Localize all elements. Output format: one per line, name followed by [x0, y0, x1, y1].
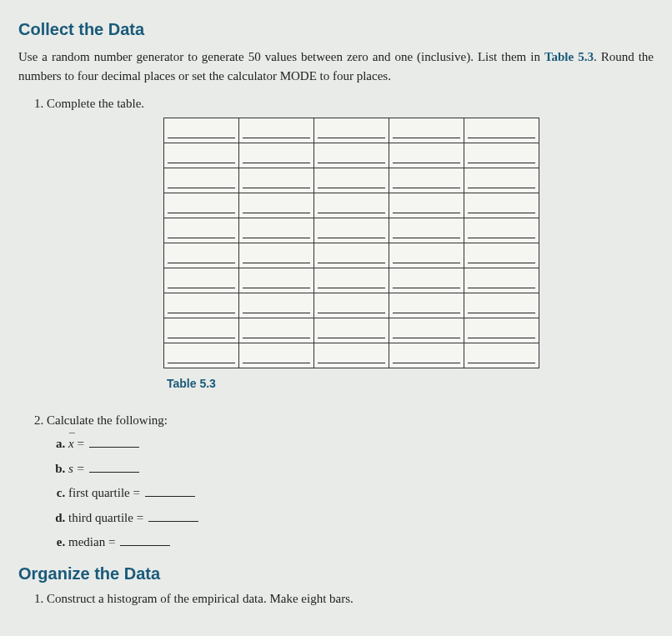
table-row [164, 143, 539, 168]
calc-e-text: median = [68, 535, 118, 548]
table-cell [389, 143, 464, 168]
blank-line [243, 163, 310, 163]
blank-b [89, 461, 139, 473]
table-cell [314, 268, 389, 293]
table-cell [164, 243, 239, 268]
table-ref-inline: Table 5.3 [544, 50, 594, 63]
blank-line [243, 138, 310, 138]
table-cell [164, 143, 239, 168]
blank-line [318, 313, 385, 313]
blank-line [468, 338, 535, 338]
table-cell [389, 268, 464, 293]
table-row [164, 118, 539, 143]
blank-line [168, 288, 235, 288]
blank-line [393, 313, 460, 313]
blank-line [318, 263, 385, 263]
blank-line [243, 338, 310, 338]
collect-steps-list: Complete the table. Table 5.3 Calculate … [18, 97, 654, 551]
table-cell [239, 293, 314, 318]
table-cell [164, 218, 239, 243]
blank-line [468, 188, 535, 188]
table-cell [389, 343, 464, 368]
table-row [164, 218, 539, 243]
table-cell [239, 218, 314, 243]
blank-line [393, 363, 460, 363]
blank-line [468, 288, 535, 288]
data-table-wrap: Table 5.3 [163, 118, 654, 390]
table-row [164, 168, 539, 193]
table-cell [314, 143, 389, 168]
blank-line [468, 363, 535, 363]
table-cell [389, 218, 464, 243]
table-cell [164, 118, 239, 143]
calc-c-text: first quartile = [68, 486, 143, 499]
table-cell [389, 193, 464, 218]
blank-line [393, 163, 460, 163]
step1-text: Complete the table. [47, 97, 144, 110]
blank-line [243, 263, 310, 263]
table-cell [164, 268, 239, 293]
table-cell [239, 118, 314, 143]
calc-s: s = [68, 461, 654, 478]
blank-line [393, 288, 460, 288]
blank-line [168, 238, 235, 238]
blank-line [168, 213, 235, 213]
calc-a-eq: = [74, 437, 88, 450]
table-cell [464, 143, 539, 168]
table-row [164, 193, 539, 218]
calc-list: ¯x = s = first quartile = third quartile… [47, 436, 654, 551]
table-cell [389, 243, 464, 268]
calc-b-text: s = [68, 462, 88, 475]
table-cell [239, 268, 314, 293]
table-cell [314, 193, 389, 218]
table-row [164, 243, 539, 268]
table-cell [164, 293, 239, 318]
blank-line [393, 263, 460, 263]
organize-heading: Organize the Data [18, 564, 654, 583]
table-cell [164, 318, 239, 343]
blank-line [318, 163, 385, 163]
blank-line [243, 313, 310, 313]
table-cell [464, 168, 539, 193]
table-cell [239, 168, 314, 193]
calc-q1: first quartile = [68, 485, 654, 502]
table-cell [314, 218, 389, 243]
blank-line [168, 363, 235, 363]
blank-line [393, 338, 460, 338]
blank-line [168, 163, 235, 163]
blank-line [168, 188, 235, 188]
table-cell [389, 118, 464, 143]
intro-paragraph: Use a random number generator to generat… [18, 48, 654, 85]
intro-text-before: Use a random number generator to generat… [18, 50, 544, 63]
step-complete-table: Complete the table. Table 5.3 [47, 97, 654, 390]
blank-line [318, 338, 385, 338]
blank-line [393, 138, 460, 138]
step-histogram: Construct a histogram of the empirical d… [47, 592, 654, 606]
blank-line [168, 263, 235, 263]
organize-steps-list: Construct a histogram of the empirical d… [18, 592, 654, 606]
table-cell [464, 218, 539, 243]
table-cell [314, 293, 389, 318]
blank-line [393, 188, 460, 188]
calc-d-text: third quartile = [68, 511, 147, 524]
blank-line [318, 288, 385, 288]
table-cell [314, 318, 389, 343]
table-row [164, 293, 539, 318]
table-row [164, 343, 539, 368]
blank-line [318, 188, 385, 188]
blank-a [89, 437, 139, 448]
blank-line [468, 213, 535, 213]
xbar-symbol: ¯x [68, 436, 74, 453]
blank-line [243, 238, 310, 238]
blank-line [243, 363, 310, 363]
data-table [163, 118, 539, 368]
blank-line [468, 313, 535, 313]
blank-line [318, 238, 385, 238]
blank-line [468, 138, 535, 138]
blank-d [148, 510, 198, 522]
blank-line [318, 138, 385, 138]
blank-line [168, 138, 235, 138]
blank-line [243, 213, 310, 213]
blank-line [393, 238, 460, 238]
blank-e [120, 535, 170, 547]
